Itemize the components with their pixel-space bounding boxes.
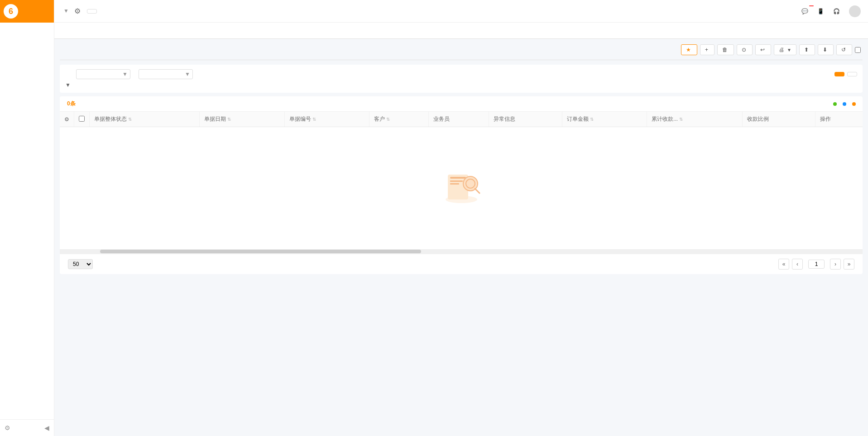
gear-col-icon[interactable]: ⚙	[64, 116, 69, 123]
cancel-approve-dot-icon	[843, 102, 846, 106]
sort-cumulative[interactable]: 累计收款... ⇅	[652, 115, 683, 123]
approve-dot-icon	[833, 102, 837, 106]
col-ratio-label: 收款比例	[747, 116, 769, 122]
col-amount-label: 订单金额	[567, 115, 589, 123]
scroll-bar[interactable]	[100, 250, 421, 253]
sort-date[interactable]: 单据日期 ⇅	[204, 115, 231, 123]
tab-bar	[54, 23, 868, 39]
export-button[interactable]: ⬇	[818, 44, 834, 55]
empty-svg	[439, 163, 484, 209]
sidebar-logo: 6	[0, 0, 54, 23]
refresh-icon: ↺	[841, 47, 846, 53]
print-icon: 🖨	[779, 47, 784, 53]
smart-create-button[interactable]: ★	[681, 44, 697, 55]
sort-icon: ⇅	[128, 117, 132, 122]
svg-line-7	[475, 189, 480, 193]
cancel-approve-action[interactable]	[843, 102, 848, 106]
svg-rect-4	[450, 183, 459, 185]
page-actions: ★ + 🗑 ⊙ ↩	[681, 44, 863, 55]
header-right: 💬 📱 🎧	[801, 5, 863, 17]
main-content: ▼ ⚙ 💬 📱 🎧	[54, 0, 868, 436]
select-all-checkbox[interactable]	[79, 116, 85, 122]
table-result-info: 0条	[65, 100, 76, 108]
cancel-icon: ↩	[760, 47, 765, 53]
col-date: 单据日期 ⇅	[200, 112, 284, 127]
sort-amount[interactable]: 订单金额 ⇅	[567, 115, 594, 123]
dropdown-icon[interactable]: ▼	[63, 8, 71, 15]
expand-conditions-button[interactable]: ▼	[65, 82, 857, 88]
status-select[interactable]	[76, 69, 130, 79]
import-icon: ⬆	[804, 47, 809, 53]
page-input[interactable]	[808, 260, 825, 269]
cancel-stop-button[interactable]: ↩	[755, 44, 771, 55]
sort-number[interactable]: 单据编号 ⇅	[289, 115, 316, 123]
stop-button[interactable]: ⊙	[737, 44, 753, 55]
pagination-right: « ‹ › »	[778, 259, 857, 270]
sort-status[interactable]: 单据整体状态 ⇅	[94, 115, 132, 123]
status-select-wrapper: ▼	[76, 69, 130, 79]
prev-page-button[interactable]: ‹	[792, 259, 803, 270]
detail-checkbox-input[interactable]	[855, 47, 861, 53]
table-info: 0条	[60, 96, 863, 112]
online-service-item[interactable]: 🎧	[833, 8, 842, 14]
gear-icon[interactable]: ⚙	[74, 7, 83, 16]
filter-row: ▼ ▼	[65, 69, 857, 79]
app-download-item[interactable]: 📱	[817, 8, 826, 14]
svg-rect-2	[450, 177, 466, 179]
filter-bar: ▼ ▼	[60, 65, 863, 93]
approve-action[interactable]	[833, 102, 838, 106]
payment-select-wrapper: ▼	[139, 69, 193, 79]
settings-icon[interactable]: ⚙	[5, 424, 10, 431]
col-status-label: 单据整体状态	[94, 115, 127, 123]
plus-icon: +	[705, 47, 708, 53]
payment-filter: ▼	[136, 69, 193, 79]
first-page-button[interactable]: «	[778, 259, 789, 270]
col-ratio: 收款比例	[742, 112, 815, 127]
sort-amount-icon: ⇅	[590, 117, 594, 122]
col-abnormal-label: 异常信息	[494, 116, 515, 122]
print-dropdown-icon: ▼	[787, 47, 791, 52]
next-page-button[interactable]: ›	[830, 259, 841, 270]
query-button[interactable]	[834, 72, 844, 76]
col-cumulative: 累计收款... ⇅	[647, 112, 743, 127]
top-header: ▼ ⚙ 💬 📱 🎧	[54, 0, 868, 23]
print-button[interactable]: 🖨 ▼	[774, 44, 796, 55]
refresh-button[interactable]: ↺	[836, 44, 852, 55]
logo-icon: 6	[4, 4, 18, 19]
result-count: 0条	[67, 100, 76, 108]
col-customer: 客户 ⇅	[369, 112, 428, 127]
data-table: ⚙ 单据整体状态 ⇅ 单据日期 ⇅	[60, 112, 863, 127]
col-cumulative-label: 累计收款...	[652, 115, 678, 123]
sort-cumulative-icon: ⇅	[679, 117, 683, 122]
status-filter: ▼	[73, 69, 130, 79]
show-detail-checkbox[interactable]	[855, 47, 863, 53]
sort-number-icon: ⇅	[312, 117, 316, 122]
message-badge	[809, 5, 814, 6]
header-left: ▼ ⚙	[60, 7, 97, 16]
delete-icon: 🗑	[722, 47, 728, 53]
col-date-label: 单据日期	[204, 115, 226, 123]
import-button[interactable]: ⬆	[799, 44, 815, 55]
table-checkbox-col	[74, 112, 90, 127]
last-page-button[interactable]: »	[844, 259, 854, 270]
mobile-icon: 📱	[817, 8, 824, 14]
sort-customer[interactable]: 客户 ⇅	[374, 115, 390, 123]
table-container: 0条	[60, 96, 863, 274]
page-size-select[interactable]: 10 20 50 100	[68, 259, 93, 269]
message-item[interactable]: 💬	[801, 8, 810, 14]
payment-select[interactable]	[139, 69, 193, 79]
sidebar-footer: ⚙ ◀	[0, 419, 54, 436]
user-item[interactable]	[849, 5, 863, 17]
industry-button[interactable]	[87, 9, 97, 14]
empty-illustration	[439, 163, 484, 209]
settings-filter-button[interactable]	[847, 72, 857, 76]
delete-button[interactable]: 🗑	[717, 44, 734, 55]
expand-icon: ▼	[65, 82, 71, 88]
ship-dot-icon	[852, 102, 856, 106]
add-button[interactable]: +	[700, 44, 715, 55]
col-customer-label: 客户	[374, 115, 385, 123]
col-abnormal: 异常信息	[489, 112, 562, 127]
ship-action[interactable]	[852, 102, 857, 106]
collapse-icon[interactable]: ◀	[44, 424, 49, 431]
table-gear-col: ⚙	[60, 112, 74, 127]
